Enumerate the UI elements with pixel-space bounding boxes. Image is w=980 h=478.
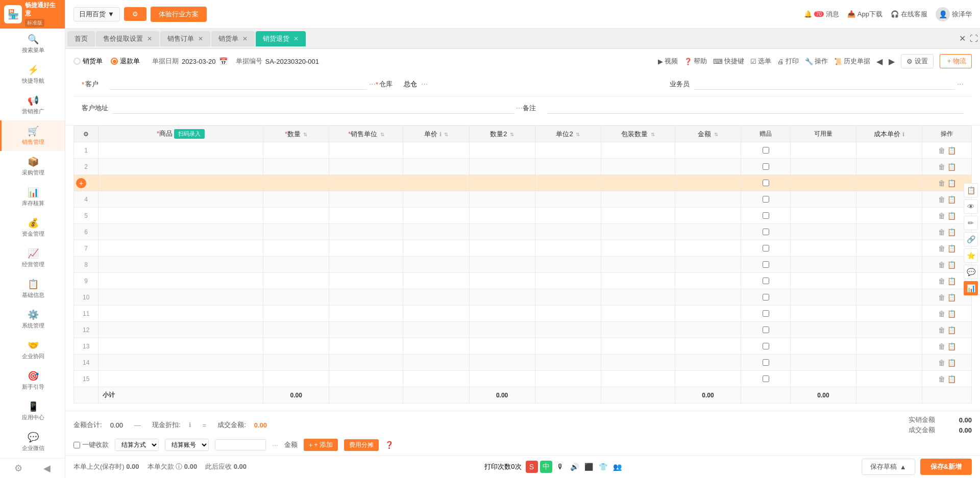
- account-select[interactable]: 结算账号: [165, 439, 209, 451]
- tab-close-icon[interactable]: ✕: [198, 35, 203, 42]
- sales-unit-cell[interactable]: [329, 224, 403, 240]
- select-single-btn[interactable]: ☑ 选单: [750, 57, 771, 66]
- right-edge-star-icon[interactable]: ⭐: [964, 248, 978, 263]
- cost-price-cell[interactable]: [856, 159, 922, 175]
- unit-price-cell[interactable]: [403, 355, 469, 371]
- sales-unit-cell[interactable]: [329, 338, 403, 355]
- goods-cell[interactable]: [99, 355, 263, 371]
- goods-cell[interactable]: [99, 338, 263, 355]
- unit-price-cell[interactable]: [403, 175, 469, 191]
- available-cell[interactable]: [790, 289, 856, 306]
- settings-gear-btn[interactable]: ⚙: [124, 7, 146, 21]
- right-edge-chart-icon[interactable]: 📊: [964, 281, 978, 295]
- add-payment-btn[interactable]: + + 添加: [304, 439, 338, 451]
- mic-icon[interactable]: 🎙: [554, 461, 567, 473]
- quantity-cell[interactable]: [263, 208, 329, 224]
- gift-checkbox[interactable]: [763, 196, 769, 203]
- amount-cell[interactable]: [675, 224, 741, 240]
- col-settings[interactable]: ⚙: [74, 126, 99, 142]
- radio-return[interactable]: 退款单: [111, 57, 140, 66]
- tab-close-icon[interactable]: ✕: [293, 35, 299, 42]
- unit2-cell[interactable]: [535, 240, 601, 257]
- quantity2-cell[interactable]: [469, 273, 535, 289]
- experience-btn[interactable]: 体验行业方案: [151, 7, 207, 22]
- online-service-btn[interactable]: 🎧 在线客服: [891, 10, 927, 19]
- sidebar-item-finance[interactable]: 💰 资金管理: [0, 212, 65, 243]
- settlement-select[interactable]: 结算方式: [115, 439, 159, 451]
- tab-close-icon[interactable]: ✕: [147, 35, 152, 42]
- payment-checkbox[interactable]: [74, 442, 80, 448]
- gift-checkbox[interactable]: [763, 163, 769, 170]
- sales-unit-cell[interactable]: [329, 306, 403, 322]
- gift-checkbox[interactable]: [763, 180, 769, 186]
- quantity2-cell[interactable]: [469, 224, 535, 240]
- sales-unit-cell[interactable]: [329, 159, 403, 175]
- gift-cell[interactable]: [741, 159, 791, 175]
- quantity2-cell[interactable]: [469, 257, 535, 273]
- tab-sales-delivery[interactable]: 销货单 ✕: [211, 31, 255, 46]
- sidebar-item-marketing[interactable]: 📢 营销推广: [0, 90, 65, 120]
- save-new-btn[interactable]: 保存&新增: [920, 459, 972, 475]
- sidebar-item-inventory[interactable]: 📊 库存核算: [0, 182, 65, 212]
- unit2-cell[interactable]: [535, 191, 601, 208]
- package-qty-cell[interactable]: [601, 306, 675, 322]
- delete-row-icon[interactable]: 🗑: [938, 146, 945, 155]
- gift-checkbox[interactable]: [763, 147, 769, 154]
- quantity2-cell[interactable]: [469, 355, 535, 371]
- available-cell[interactable]: [790, 224, 856, 240]
- available-cell[interactable]: [790, 273, 856, 289]
- unit-price-cell[interactable]: [403, 338, 469, 355]
- package-qty-cell[interactable]: [601, 240, 675, 257]
- remark-input[interactable]: [547, 103, 964, 114]
- cost-price-cell[interactable]: [856, 355, 922, 371]
- delete-row-icon[interactable]: 🗑: [938, 179, 945, 187]
- people-icon[interactable]: 👥: [611, 461, 624, 473]
- package-qty-cell[interactable]: [601, 191, 675, 208]
- quantity2-cell[interactable]: [469, 159, 535, 175]
- goods-cell[interactable]: [99, 306, 263, 322]
- gift-checkbox[interactable]: [763, 326, 769, 333]
- add-logistics-btn[interactable]: + 物流: [940, 54, 972, 68]
- sidebar-collapse-btn[interactable]: ◀: [43, 463, 51, 474]
- quantity-cell[interactable]: [263, 240, 329, 257]
- salesman-dots-btn[interactable]: ···: [957, 80, 964, 89]
- tab-price-settings[interactable]: 售价提取设置 ✕: [96, 31, 159, 46]
- quantity2-cell[interactable]: [469, 338, 535, 355]
- goods-cell[interactable]: [99, 208, 263, 224]
- sales-unit-cell[interactable]: [329, 355, 403, 371]
- sidebar-item-shortcut[interactable]: ⚡ 快捷导航: [0, 59, 65, 90]
- goods-cell[interactable]: [99, 240, 263, 257]
- goods-cell[interactable]: [99, 322, 263, 338]
- unit-price-cell[interactable]: [403, 142, 469, 159]
- quantity2-cell[interactable]: [469, 322, 535, 338]
- goods-input[interactable]: [101, 179, 261, 187]
- amount-cell[interactable]: [675, 338, 741, 355]
- unit2-cell[interactable]: [535, 338, 601, 355]
- unit2-cell[interactable]: [535, 371, 601, 387]
- radio-sales-delivery[interactable]: 销货单: [74, 57, 103, 66]
- amount-cell[interactable]: [675, 175, 741, 191]
- gift-checkbox[interactable]: [763, 375, 769, 382]
- delete-row-icon[interactable]: 🗑: [938, 326, 945, 334]
- sales-unit-cell[interactable]: [329, 289, 403, 306]
- gift-checkbox[interactable]: [763, 294, 769, 300]
- copy-row-icon[interactable]: 📋: [947, 342, 956, 350]
- close-window-icon[interactable]: ✕: [959, 34, 966, 43]
- gift-cell[interactable]: [741, 175, 791, 191]
- quantity-cell[interactable]: [263, 159, 329, 175]
- cost-price-cell[interactable]: [856, 322, 922, 338]
- column-setting-btn[interactable]: ⚙ 设置: [901, 54, 934, 68]
- sidebar-item-search[interactable]: 🔍 搜索菜单: [0, 29, 65, 59]
- sort-unit-price-icon[interactable]: ⇅: [444, 132, 448, 137]
- delete-row-icon[interactable]: 🗑: [938, 163, 945, 171]
- right-edge-eye-icon[interactable]: 👁: [964, 199, 978, 214]
- account-dots-btn[interactable]: ···: [272, 441, 278, 449]
- goods-cell[interactable]: [99, 191, 263, 208]
- quantity2-cell[interactable]: [469, 240, 535, 257]
- amount-cell[interactable]: [675, 273, 741, 289]
- sidebar-item-basic[interactable]: 📋 基础信息: [0, 273, 65, 304]
- amount-cell[interactable]: [675, 355, 741, 371]
- tab-close-icon[interactable]: ✕: [242, 35, 248, 42]
- unit-price-cell[interactable]: [403, 224, 469, 240]
- gift-cell[interactable]: [741, 322, 791, 338]
